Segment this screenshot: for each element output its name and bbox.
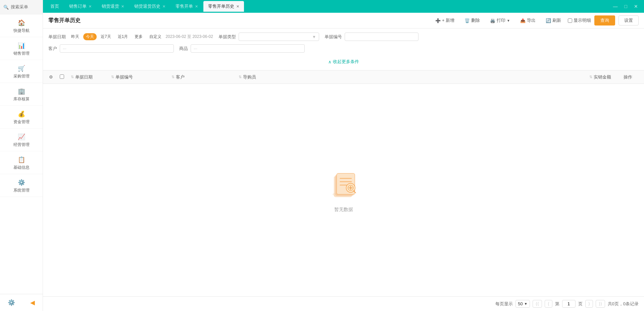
settings-button[interactable]: 设置 (618, 15, 639, 25)
tab-retail-open[interactable]: 零售开单✕ (171, 1, 203, 12)
page-summary: 共0页，0条记录 (608, 301, 639, 307)
tab-retail-open-history[interactable]: 零售开单历史✕ (203, 1, 244, 12)
sidebar-label-sales-mgmt: 销售管理 (13, 51, 30, 56)
sidebar-footer: ⚙️ ◀ (0, 294, 43, 311)
filter-goods-item: 商品 ··· (179, 44, 305, 53)
sidebar-label-system: 系统管理 (13, 188, 30, 193)
main-area: 首页销售订单✕销货退货✕销货退货历史✕零售开单✕零售开单历史✕ — □ ✕ 零售… (43, 0, 644, 311)
close-btn[interactable]: ✕ (632, 3, 640, 10)
tab-label-retail-open-history: 零售开单历史 (208, 3, 234, 9)
sidebar-icon-quick-nav: 🏠 (18, 19, 25, 27)
date-opt-今天[interactable]: 今天 (83, 33, 97, 40)
toolbar-actions: ➕ + 新增 🗑️ 删除 🖨️ 打印 ▼ 📤 导出 🔄 (432, 15, 639, 25)
collapse-button[interactable]: ∧ 收起更多条件 (324, 57, 363, 66)
sidebar-search[interactable]: 🔍 搜索采单 (0, 0, 43, 14)
query-button[interactable]: 查询 (594, 15, 615, 25)
last-page-btn[interactable]: ⟩⟩ (596, 300, 605, 308)
col-header-date[interactable]: ⇅ 单据日期 (67, 74, 108, 80)
date-range-text: 2023-06-02 至 2023-06-02 (165, 34, 213, 40)
date-label: 单据日期 (48, 34, 66, 40)
page-size-select[interactable]: 50 ▼ (515, 300, 530, 308)
tab-label-sales-return-history: 销货退货历史 (134, 3, 160, 9)
per-page-label: 每页显示 (495, 301, 513, 307)
print-button[interactable]: 🖨️ 打印 ▼ (487, 16, 513, 25)
col-header-num[interactable]: ⇅ 单据编号 (108, 74, 168, 80)
col-header-customer[interactable]: ⇅ 客户 (168, 74, 235, 80)
date-opt-自定义[interactable]: 自定义 (147, 33, 164, 40)
docnum-input[interactable] (345, 33, 418, 41)
tab-close-sales-return[interactable]: ✕ (121, 4, 124, 9)
sidebar-item-finance[interactable]: 💰 资金管理 (0, 106, 43, 128)
tab-close-retail-open-history[interactable]: ✕ (236, 4, 239, 9)
sidebar-icon-basic-info: 📋 (18, 156, 25, 163)
maximize-btn[interactable]: □ (623, 3, 629, 10)
first-page-btn[interactable]: ⟨⟨ (533, 300, 542, 308)
page-word-post: 页 (578, 301, 583, 307)
sidebar-item-sales-mgmt[interactable]: 📊 销售管理 (0, 37, 43, 60)
tab-label-retail-open: 零售开单 (176, 3, 193, 9)
sidebar-label-inventory: 库存核算 (13, 96, 30, 102)
sidebar-label-quick-nav: 快捷导航 (13, 28, 30, 34)
empty-state: 暂无数据 (43, 84, 644, 296)
col-settings-btn[interactable]: ⚙ (46, 74, 56, 80)
filter-customer-item: 客户 ··· (48, 44, 174, 53)
refresh-button[interactable]: 🔄 刷新 (542, 16, 564, 25)
goods-input[interactable]: ··· (191, 44, 305, 53)
sidebar-icon-purchase-mgmt: 🛒 (18, 65, 25, 72)
sidebar-icon-sales-mgmt: 📊 (18, 42, 25, 49)
sidebar-label-basic-info: 基础信息 (13, 165, 30, 170)
print-icon: 🖨️ (490, 18, 495, 23)
tab-sales-return-history[interactable]: 销货退货历史✕ (130, 1, 170, 12)
show-detail-toggle[interactable]: 显示明细 (568, 17, 591, 23)
tab-close-retail-open[interactable]: ✕ (195, 4, 198, 9)
sort-icon-amount: ⇅ (589, 75, 592, 79)
col-header-amount[interactable]: ⇅ 实销金额 (574, 74, 614, 80)
minimize-btn[interactable]: — (611, 3, 620, 10)
delete-icon: 🗑️ (464, 18, 470, 23)
sidebar: 🔍 搜索采单 🏠 快捷导航 📊 销售管理 🛒 采购管理 🏢 库存核算 💰 资金管… (0, 0, 43, 311)
tab-sales-return[interactable]: 销货退货✕ (97, 1, 129, 12)
next-page-btn[interactable]: ⟩ (585, 300, 593, 308)
tab-close-sales-return-history[interactable]: ✕ (162, 4, 165, 9)
empty-icon (327, 168, 360, 201)
sidebar-item-inventory[interactable]: 🏢 库存核算 (0, 83, 43, 106)
date-opt-更多[interactable]: 更多 (132, 33, 145, 40)
delete-button[interactable]: 🗑️ 删除 (461, 16, 483, 25)
date-opt-昨天[interactable]: 昨天 (68, 33, 82, 40)
customer-input[interactable]: ··· (60, 44, 174, 53)
sidebar-item-purchase-mgmt[interactable]: 🛒 采购管理 (0, 60, 43, 83)
sidebar-item-operation[interactable]: 📈 经营管理 (0, 128, 43, 151)
sidebar-item-basic-info[interactable]: 📋 基础信息 (0, 151, 43, 174)
sidebar-item-system[interactable]: ⚙️ 系统管理 (0, 174, 43, 197)
doctype-label: 单据类型 (218, 34, 236, 40)
sort-icon-num: ⇅ (111, 75, 114, 79)
doctype-select[interactable]: ▼ (239, 33, 319, 41)
table-header: ⚙ ⇅ 单据日期 ⇅ 单据编号 ⇅ 客户 ⇅ 导购员 (43, 70, 644, 84)
settings-footer-btn[interactable]: ⚙️ (5, 298, 18, 308)
prev-page-btn[interactable]: ⟨ (545, 300, 552, 308)
window-controls: — □ ✕ (611, 3, 641, 10)
tab-sales-order[interactable]: 销售订单✕ (64, 1, 96, 12)
table-container: ⚙ ⇅ 单据日期 ⇅ 单据编号 ⇅ 客户 ⇅ 导购员 (43, 70, 644, 311)
show-detail-checkbox[interactable] (568, 18, 572, 23)
sidebar-item-quick-nav[interactable]: 🏠 快捷导航 (0, 14, 43, 37)
col-header-guide[interactable]: ⇅ 导购员 (235, 74, 276, 80)
select-all-checkbox[interactable] (60, 74, 64, 79)
add-icon: ➕ (435, 18, 441, 23)
export-icon: 📤 (520, 18, 526, 23)
tab-home[interactable]: 首页 (46, 1, 64, 12)
export-button[interactable]: 📤 导出 (517, 16, 539, 25)
page-number-input[interactable]: 1 (562, 300, 576, 308)
filter-doctype-item: 单据类型 ▼ (218, 33, 319, 41)
sidebar-label-operation: 经营管理 (13, 142, 30, 148)
filter-area: 单据日期 昨天今天近7天近1月更多自定义2023-06-02 至 2023-06… (43, 29, 644, 70)
tab-close-sales-order[interactable]: ✕ (89, 4, 92, 9)
sidebar-icon-finance: 💰 (18, 110, 25, 118)
sidebar-search-label: 搜索采单 (11, 4, 28, 10)
date-options: 昨天今天近7天近1月更多自定义2023-06-02 至 2023-06-02 (68, 33, 213, 40)
col-checkbox-all[interactable] (56, 74, 67, 80)
date-opt-近7天[interactable]: 近7天 (98, 33, 114, 40)
date-opt-近1月[interactable]: 近1月 (115, 33, 131, 40)
collapse-footer-btn[interactable]: ◀ (28, 298, 38, 308)
add-button[interactable]: ➕ + 新增 (432, 16, 458, 25)
